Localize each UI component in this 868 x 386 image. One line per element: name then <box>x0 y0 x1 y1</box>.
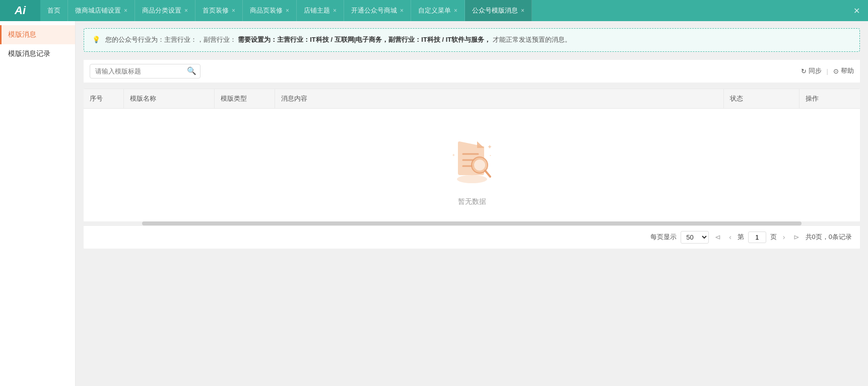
help-button[interactable]: ⊙ 帮助 <box>833 66 854 75</box>
col-name: 模版名称 <box>124 89 215 108</box>
help-icon: ⊙ <box>833 67 839 75</box>
search-input-wrapper: 🔍 <box>90 64 201 79</box>
empty-illustration: ✦ ✦ • <box>442 129 502 189</box>
sidebar-item-template-message-log[interactable]: 模版消息记录 <box>0 44 75 63</box>
sync-label: 同步 <box>809 66 822 75</box>
content-area: 💡 您的公众号行业为：主营行业：，副营行业： 需要设置为：主营行业：IT科技 /… <box>76 21 868 386</box>
notice-prefix: 您的公众号行业为：主营行业：，副营行业： <box>105 36 236 43</box>
col-serial: 序号 <box>84 89 124 108</box>
toolbar-divider: | <box>827 67 828 75</box>
close-icon[interactable]: × <box>454 7 457 14</box>
col-status: 状态 <box>724 89 799 108</box>
sidebar: 模版消息 模版消息记录 <box>0 21 76 386</box>
close-icon[interactable]: × <box>400 7 404 14</box>
close-icon[interactable]: × <box>286 7 289 14</box>
close-icon[interactable]: × <box>521 7 524 14</box>
tab-product-decoration-label: 商品页装修 <box>250 6 283 15</box>
pagination: 每页显示 50 20 100 ⊲ ‹ 第 页 › ⊳ 共0页，0条记录 <box>84 225 860 249</box>
svg-line-6 <box>485 171 490 177</box>
notice-icon: 💡 <box>92 36 100 43</box>
table-wrapper: 序号 模版名称 模版类型 消息内容 状态 操作 <box>84 89 860 249</box>
notice-box: 💡 您的公众号行业为：主营行业：，副营行业： 需要设置为：主营行业：IT科技 /… <box>84 28 860 52</box>
sidebar-item-template-message-log-label: 模版消息记录 <box>8 49 50 57</box>
search-bar: 🔍 ↻ 同步 | ⊙ 帮助 <box>84 60 860 83</box>
close-all-button[interactable]: ✕ <box>845 6 868 16</box>
tab-shop-settings[interactable]: 微商城店铺设置 × <box>68 0 135 21</box>
notice-suffix: 才能正常发送预置的消息。 <box>493 36 571 43</box>
close-icon[interactable]: × <box>232 7 235 14</box>
close-icon[interactable]: × <box>184 7 188 14</box>
table-header: 序号 模版名称 模版类型 消息内容 状态 操作 <box>84 89 860 109</box>
toolbar-right: ↻ 同步 | ⊙ 帮助 <box>801 66 854 75</box>
search-button[interactable]: 🔍 <box>187 66 196 75</box>
page-size-select[interactable]: 50 20 100 <box>681 231 709 244</box>
main-layout: 模版消息 模版消息记录 💡 您的公众号行业为：主营行业：，副营行业： 需要设置为… <box>0 21 868 386</box>
sync-icon: ↻ <box>801 67 807 75</box>
tab-product-decoration[interactable]: 商品页装修 × <box>243 0 297 21</box>
notice-highlight: 需要设置为：主营行业：IT科技 / 互联网|电子商务，副营行业：IT科技 / I… <box>238 36 491 43</box>
tab-shop-settings-label: 微商城店铺设置 <box>75 6 121 15</box>
first-page-button[interactable]: ⊲ <box>713 232 723 242</box>
page-input[interactable] <box>748 231 766 243</box>
tab-shop-theme[interactable]: 店铺主题 × <box>297 0 344 21</box>
tab-custom-menu-label: 自定义菜单 <box>418 6 451 15</box>
scroll-thumb[interactable] <box>142 221 802 225</box>
svg-text:✦: ✦ <box>487 143 492 150</box>
svg-text:✦: ✦ <box>452 153 455 158</box>
next-page-button[interactable]: › <box>781 232 787 242</box>
sidebar-item-template-message-label: 模版消息 <box>8 30 36 38</box>
search-icon: 🔍 <box>187 66 196 75</box>
search-left: 🔍 <box>90 64 201 79</box>
tab-home-decoration-label: 首页装修 <box>203 6 229 15</box>
tab-category-settings[interactable]: 商品分类设置 × <box>135 0 195 21</box>
tab-category-settings-label: 商品分类设置 <box>142 6 181 15</box>
topbar: Ai 首页 微商城店铺设置 × 商品分类设置 × 首页装修 × 商品页装修 × … <box>0 0 868 21</box>
svg-point-0 <box>457 175 487 183</box>
empty-text: 暂无数据 <box>458 197 486 206</box>
search-input[interactable] <box>90 64 201 79</box>
page-prefix-label: 第 <box>738 233 744 242</box>
svg-text:•: • <box>490 153 491 158</box>
tab-home[interactable]: 首页 <box>40 0 68 21</box>
tab-shop-theme-label: 店铺主题 <box>304 6 330 15</box>
total-label: 共0页，0条记录 <box>806 233 852 242</box>
svg-point-5 <box>474 160 485 171</box>
tab-template-msg[interactable]: 公众号模版消息 × <box>465 0 532 21</box>
col-type: 模版类型 <box>215 89 275 108</box>
tab-home-decoration[interactable]: 首页装修 × <box>195 0 243 21</box>
empty-state: ✦ ✦ • 暂无数据 <box>84 109 860 221</box>
close-icon[interactable]: × <box>333 7 337 14</box>
help-label: 帮助 <box>841 66 854 75</box>
sidebar-item-template-message[interactable]: 模版消息 <box>0 25 75 44</box>
col-action: 操作 <box>799 89 860 108</box>
last-page-button[interactable]: ⊳ <box>791 232 802 242</box>
prev-page-button[interactable]: ‹ <box>727 232 733 242</box>
tab-open-mall[interactable]: 开通公众号商城 × <box>344 0 411 21</box>
tab-custom-menu[interactable]: 自定义菜单 × <box>411 0 465 21</box>
scroll-track[interactable] <box>84 221 860 225</box>
tab-open-mall-label: 开通公众号商城 <box>351 6 397 15</box>
page-size-label: 每页显示 <box>650 233 677 242</box>
tab-template-msg-label: 公众号模版消息 <box>472 6 518 15</box>
close-icon[interactable]: × <box>124 7 127 14</box>
page-suffix-label: 页 <box>770 233 777 242</box>
tab-home-label: 首页 <box>47 6 60 15</box>
logo: Ai <box>0 0 40 21</box>
col-content: 消息内容 <box>275 89 724 108</box>
sync-button[interactable]: ↻ 同步 <box>801 66 822 75</box>
